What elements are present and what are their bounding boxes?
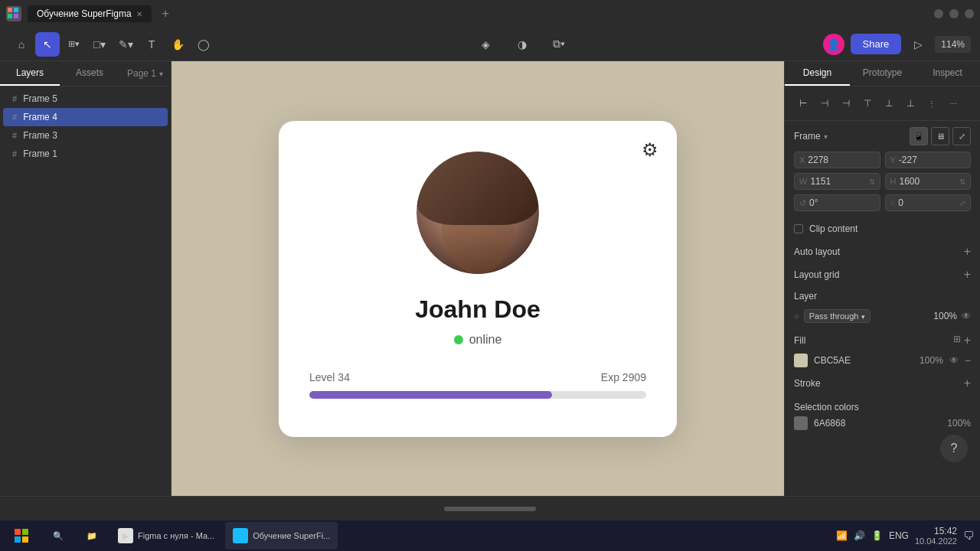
align-right[interactable]: ⊣ (837, 94, 855, 112)
layer-item-frame4[interactable]: # Frame 4 (3, 108, 168, 126)
tab-prototype[interactable]: Prototype (850, 61, 915, 86)
y-input[interactable]: Y -227 (885, 152, 972, 168)
taskbar: 🔍 📁 ▶ Figma с нуля - Ма... Обучение Supe… (0, 520, 980, 551)
tab-assets[interactable]: Assets (60, 61, 119, 86)
tab-close-btn[interactable]: ✕ (136, 10, 142, 18)
play-button[interactable]: ▷ (907, 34, 929, 55)
h-value: 1600 (899, 176, 920, 187)
blend-dropdown-icon: ▾ (861, 313, 865, 321)
x-field: X 2278 (794, 152, 880, 168)
status-text: online (469, 333, 502, 347)
fill-add[interactable]: + (964, 334, 971, 347)
x-input[interactable]: X 2278 (794, 152, 880, 168)
taskbar-figma-app[interactable]: Обучение SuperFi... (225, 522, 338, 549)
online-indicator (454, 335, 463, 344)
rotation-input[interactable]: ↺ 0° (794, 194, 880, 211)
layer-item-frame1[interactable]: # Frame 1 (3, 145, 168, 163)
zoom-level[interactable]: 114% (935, 36, 971, 53)
tab-design[interactable]: Design (785, 61, 850, 86)
clip-content-checkbox[interactable] (794, 224, 803, 233)
canvas[interactable]: ⚙ Joahn Doe online Level 34 Exp 2909 (172, 61, 784, 496)
text-tool[interactable]: T (139, 32, 164, 57)
bottom-bar (0, 496, 980, 520)
clip-content-row: Clip content (785, 219, 980, 239)
taskbar-search[interactable]: 🔍 (43, 522, 74, 549)
maximize-btn[interactable]: □ (949, 9, 959, 18)
share-button[interactable]: Share (851, 34, 902, 54)
canvas-inner: ⚙ Joahn Doe online Level 34 Exp 2909 (279, 121, 677, 437)
comment-tool[interactable]: ◯ (191, 32, 216, 57)
darkmode-btn[interactable]: ◑ (510, 32, 534, 57)
svg-rect-1 (14, 8, 18, 12)
w-input[interactable]: W 1151 ⇅ (794, 173, 880, 190)
layout-grid-add[interactable]: + (964, 268, 971, 282)
w-stepper[interactable]: ⇅ (869, 178, 875, 186)
layer-item-frame5[interactable]: # Frame 5 (3, 90, 168, 108)
corner-input[interactable]: ○ 0 ⤢ (885, 194, 972, 211)
desktop-frame-icon[interactable]: 🖥 (931, 127, 949, 145)
hand-tool[interactable]: ✋ (165, 32, 190, 57)
layer-item-frame3[interactable]: # Frame 3 (3, 126, 168, 145)
home-tool[interactable]: ⌂ (9, 32, 34, 57)
taskbar-figma-learn[interactable]: ▶ Figma с нуля - Ма... (110, 522, 222, 549)
layout-grid-header: Layout grid + (785, 262, 980, 285)
auto-layout-header: Auto layout + (785, 239, 980, 262)
settings-icon[interactable]: ⚙ (642, 139, 658, 161)
distribute-h[interactable]: ⋮ (923, 94, 941, 112)
w-label: W (799, 177, 807, 186)
frame-tool[interactable]: ⊞▾ (61, 32, 86, 57)
h-field: H 1600 ⇅ (885, 173, 972, 190)
minimize-btn[interactable]: ─ (934, 9, 943, 18)
sel-color-hex[interactable]: 6A6868 (814, 418, 941, 429)
svg-rect-0 (8, 8, 12, 12)
page-dropdown-icon[interactable]: ▾ (159, 70, 163, 78)
fill-opacity-value[interactable]: 100% (920, 355, 943, 366)
notification-icon[interactable]: 🗨 (963, 530, 974, 542)
stroke-add[interactable]: + (964, 377, 971, 390)
active-tab[interactable]: Обучение SuperFigma ✕ (28, 5, 152, 22)
add-tab-btn[interactable]: + (158, 7, 174, 21)
help-button[interactable]: ? (940, 435, 968, 462)
select-tool[interactable]: ↖ (35, 32, 60, 57)
resize-icon[interactable]: ⤢ (952, 127, 971, 145)
fill-grid-icon[interactable]: ⊞ (953, 334, 961, 347)
user-avatar: 👤 (823, 34, 844, 55)
svg-rect-2 (8, 14, 12, 18)
distribute-v[interactable]: ⋯ (944, 94, 962, 112)
align-left[interactable]: ⊢ (794, 94, 812, 112)
arrange-btn[interactable]: ⧉▾ (547, 32, 571, 57)
h-stepper[interactable]: ⇅ (959, 178, 965, 186)
phone-frame-icon[interactable]: 📱 (910, 127, 928, 145)
blend-mode-select[interactable]: Pass through ▾ (804, 309, 871, 323)
fill-visibility-icon[interactable]: 👁 (949, 355, 959, 366)
frame-dropdown-icon[interactable]: ▾ (824, 132, 828, 141)
taskbar-explorer[interactable]: 📁 (77, 522, 107, 549)
align-center-h[interactable]: ⊣ (815, 94, 834, 112)
h-input[interactable]: H 1600 ⇅ (885, 173, 972, 190)
opacity-value[interactable]: 100% (933, 311, 957, 321)
app-icon (6, 6, 21, 21)
shape-tool[interactable]: □▾ (87, 32, 112, 57)
fill-section-title: Fill (794, 335, 805, 346)
svg-rect-6 (15, 536, 21, 543)
fill-color-swatch[interactable] (794, 354, 808, 367)
visibility-toggle[interactable]: 👁 (962, 311, 971, 321)
layout-grid-title: Layout grid (794, 269, 839, 280)
close-btn[interactable]: ✕ (965, 9, 974, 18)
fill-remove-btn[interactable]: − (965, 354, 971, 367)
components-btn[interactable]: ◈ (473, 32, 498, 57)
pen-tool[interactable]: ✎▾ (113, 32, 138, 57)
align-top[interactable]: ⊤ (858, 94, 877, 112)
scroll-thumb[interactable] (444, 507, 536, 511)
align-center-v[interactable]: ⊥ (880, 94, 898, 112)
lang-label[interactable]: ENG (889, 530, 909, 541)
start-button[interactable] (6, 520, 37, 551)
fill-hex-value[interactable]: CBC5AE (814, 355, 913, 366)
auto-layout-add[interactable]: + (964, 245, 971, 259)
titlebar: Обучение SuperFigma ✕ + ─ □ ✕ (0, 0, 980, 28)
tab-layers[interactable]: Layers (0, 61, 60, 86)
sel-color-swatch[interactable] (794, 416, 808, 430)
tab-inspect[interactable]: Inspect (915, 61, 980, 86)
expand-icon[interactable]: ⤢ (959, 199, 965, 207)
align-bottom[interactable]: ⊥ (901, 94, 920, 112)
